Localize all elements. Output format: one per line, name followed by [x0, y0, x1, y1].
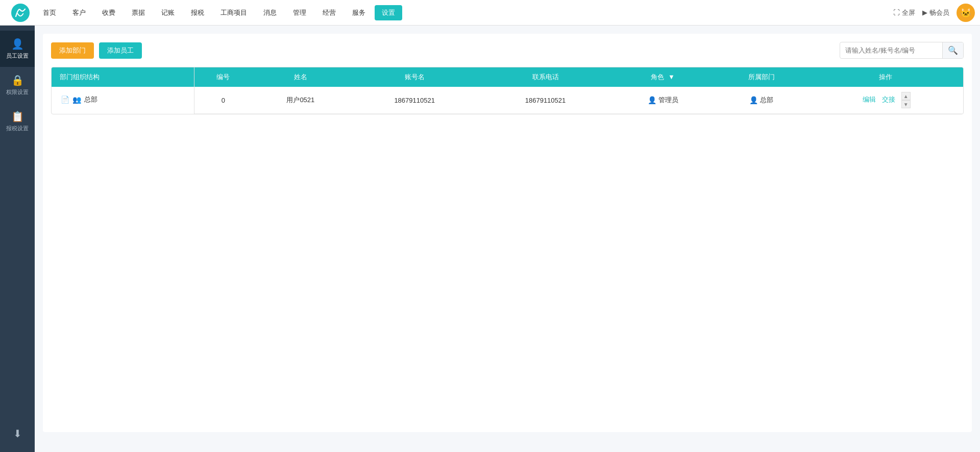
top-navigation: 首页 客户 收费 票据 记账 报税 工商项目 消息 管理 经营 服务 设置 ⛶ …: [0, 0, 980, 26]
download-icon: ⬇: [13, 427, 22, 440]
sidebar-item-employee[interactable]: 👤 员工设置: [0, 31, 35, 67]
fullscreen-icon: ⛶: [893, 9, 900, 16]
dept-file-icon: 📄: [61, 96, 69, 104]
col-name: 姓名: [252, 67, 349, 87]
nav-right-area: ⛶ 全屏 ▶ 畅会员 🐱: [893, 4, 975, 22]
cell-role: 👤 管理员: [611, 87, 715, 114]
nav-msg[interactable]: 消息: [256, 5, 284, 20]
search-box: 🔍: [840, 42, 964, 59]
scroll-down-button[interactable]: ▼: [901, 100, 911, 108]
cell-account: 18679110521: [349, 87, 480, 114]
nav-ops[interactable]: 经营: [315, 5, 343, 20]
search-button[interactable]: 🔍: [942, 42, 963, 58]
avatar-icon: 🐱: [960, 7, 971, 18]
nav-client[interactable]: 客户: [65, 5, 93, 20]
content-layout: 部门组织结构 📄 👥 总部 编号 姓名 账号名: [51, 67, 964, 114]
nav-fee[interactable]: 收费: [95, 5, 122, 20]
sidebar: 👤 员工设置 🔒 权限设置 📋 报税设置 ⬇: [0, 26, 35, 452]
fullscreen-button[interactable]: ⛶ 全屏: [893, 8, 915, 17]
transfer-link[interactable]: 交接: [882, 96, 895, 103]
search-input[interactable]: [840, 43, 942, 57]
col-id: 编号: [194, 67, 252, 87]
add-dept-button[interactable]: 添加部门: [51, 42, 94, 59]
table-header-row: 编号 姓名 账号名 联系电话 角色 ▼ 所属部门 操作: [194, 67, 963, 87]
dept-user-icon: 👤: [749, 96, 758, 104]
nav-biz[interactable]: 工商项目: [213, 5, 254, 20]
nav-menu: 首页 客户 收费 票据 记账 报税 工商项目 消息 管理 经营 服务 设置: [36, 5, 893, 20]
member-button[interactable]: ▶ 畅会员: [922, 8, 949, 17]
nav-tax[interactable]: 报税: [184, 5, 211, 20]
edit-link[interactable]: 编辑: [863, 96, 876, 103]
col-role: 角色 ▼: [611, 67, 715, 87]
col-action: 操作: [808, 67, 963, 87]
nav-service[interactable]: 服务: [345, 5, 373, 20]
dept-tree-body: 📄 👥 总部: [52, 87, 194, 112]
svg-point-0: [11, 4, 30, 22]
member-icon: ▶: [922, 9, 927, 16]
nav-manage[interactable]: 管理: [286, 5, 313, 20]
role-badge: 👤 管理员: [648, 96, 678, 105]
cell-dept: 👤 总部: [715, 87, 808, 114]
nav-account[interactable]: 记账: [154, 5, 182, 20]
sidebar-item-tax-settings[interactable]: 📋 报税设置: [0, 103, 35, 139]
employee-table: 编号 姓名 账号名 联系电话 角色 ▼ 所属部门 操作: [194, 67, 963, 114]
avatar[interactable]: 🐱: [957, 4, 975, 22]
toolbar: 添加部门 添加员工 🔍: [51, 42, 964, 59]
tax-settings-icon: 📋: [11, 110, 24, 123]
dept-user-icon: 👥: [72, 96, 81, 104]
employee-icon: 👤: [11, 38, 24, 50]
nav-home[interactable]: 首页: [36, 5, 63, 20]
col-dept: 所属部门: [715, 67, 808, 87]
add-emp-button[interactable]: 添加员工: [99, 42, 142, 59]
dept-tree: 部门组织结构 📄 👥 总部: [52, 67, 194, 114]
scroll-up-button[interactable]: ▲: [901, 92, 911, 100]
nav-bill[interactable]: 票据: [125, 5, 152, 20]
main-content: 添加部门 添加员工 🔍 部门组织结构 📄 👥 总部: [35, 26, 980, 452]
col-phone: 联系电话: [480, 67, 610, 87]
sidebar-item-permission[interactable]: 🔒 权限设置: [0, 67, 35, 103]
cell-phone: 18679110521: [480, 87, 610, 114]
col-account: 账号名: [349, 67, 480, 87]
sidebar-download-button[interactable]: ⬇: [0, 420, 35, 447]
table-row: 0 用户0521 18679110521 18679110521 👤 管理员: [194, 87, 963, 114]
cell-name: 用户0521: [252, 87, 349, 114]
dept-badge: 👤 总部: [749, 96, 773, 105]
cell-id: 0: [194, 87, 252, 114]
employee-table-wrap: 编号 姓名 账号名 联系电话 角色 ▼ 所属部门 操作: [194, 67, 963, 114]
content-card: 添加部门 添加员工 🔍 部门组织结构 📄 👥 总部: [43, 34, 972, 432]
dept-tree-header: 部门组织结构: [52, 67, 194, 87]
role-icon: 👤: [648, 96, 656, 104]
cell-actions: 编辑 交接 ▲ ▼: [808, 87, 963, 114]
dept-tree-item-root[interactable]: 📄 👥 总部: [57, 92, 189, 107]
nav-settings[interactable]: 设置: [375, 5, 402, 20]
permission-icon: 🔒: [11, 74, 24, 86]
scroll-controls: ▲ ▼: [901, 92, 911, 108]
sidebar-bottom: ⬇: [0, 420, 35, 452]
role-filter-icon[interactable]: ▼: [668, 73, 675, 81]
search-icon: 🔍: [948, 46, 958, 55]
logo[interactable]: [5, 4, 36, 22]
